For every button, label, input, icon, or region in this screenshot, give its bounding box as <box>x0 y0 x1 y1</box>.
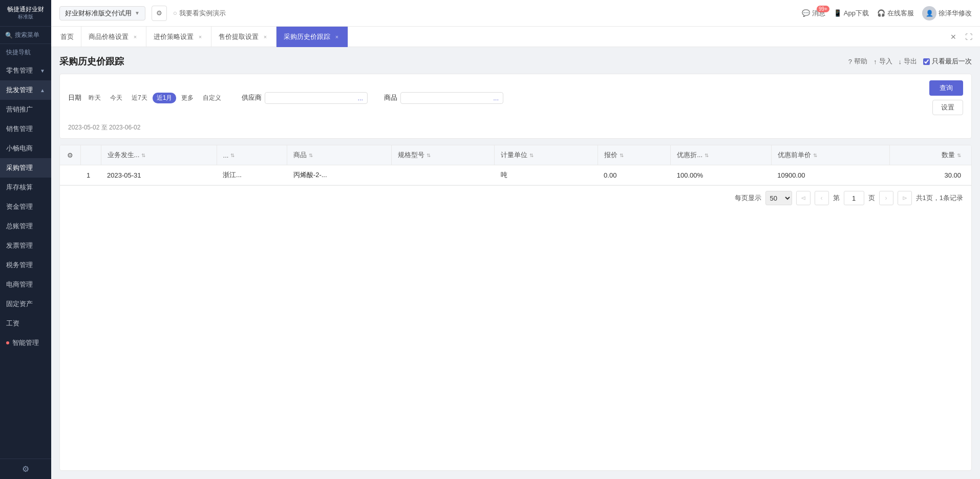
prev-page-button[interactable]: ‹ <box>815 191 829 205</box>
sidebar-item-wholesale[interactable]: 批发管理 ▲ <box>0 80 51 100</box>
first-page-button[interactable]: ⊲ <box>796 191 811 205</box>
demo-link[interactable]: ○ 我要看实例演示 <box>173 9 226 18</box>
sidebar-item-label-assets: 固定资产 <box>6 299 33 309</box>
th-index <box>80 145 101 165</box>
tab-price[interactable]: 商品价格设置 × <box>81 27 146 47</box>
sidebar-item-ecommerce[interactable]: 电商管理 <box>0 275 51 294</box>
next-page-button[interactable]: › <box>879 191 893 205</box>
tab-home[interactable]: 首页 <box>55 27 81 47</box>
last-only-label: 只看最后一次 <box>932 57 972 66</box>
message-button[interactable]: 💬 99+ 消息 <box>802 9 825 18</box>
sidebar-item-label-salary: 工资 <box>6 319 19 328</box>
last-page-button[interactable]: ⊳ <box>898 191 912 205</box>
date-btn-last1month[interactable]: 近1月 <box>153 93 177 103</box>
sidebar-item-retail[interactable]: 零售管理 ▼ <box>0 61 51 80</box>
sidebar-item-purchase[interactable]: 采购管理 <box>0 158 51 178</box>
help-button[interactable]: ? 帮助 <box>848 57 867 66</box>
supplier-more-btn[interactable]: ... <box>357 94 363 102</box>
page-title: 采购历史价跟踪 <box>59 55 124 68</box>
tab-price-close[interactable]: × <box>132 33 139 40</box>
td-index: 1 <box>80 165 101 185</box>
tab-strategy[interactable]: 进价策略设置 × <box>146 27 211 47</box>
th-product-label: 商品 <box>293 150 307 160</box>
online-service-button[interactable]: 🎧 在线客服 <box>877 9 914 18</box>
sidebar-item-invoice[interactable]: 发票管理 <box>0 236 51 255</box>
product-more-btn[interactable]: ... <box>493 94 499 102</box>
td-product: 丙烯酸-2-... <box>287 165 391 185</box>
sidebar-item-assets[interactable]: 固定资产 <box>0 294 51 314</box>
th-quote[interactable]: 报价 ⇅ <box>598 145 671 165</box>
sidebar-item-marketing[interactable]: 营销推广 <box>0 100 51 119</box>
last-only-checkbox[interactable] <box>923 58 930 65</box>
export-label: 导出 <box>904 57 917 66</box>
import-label: 导入 <box>879 57 892 66</box>
sidebar-item-finance[interactable]: 资金管理 <box>0 197 51 216</box>
sidebar-item-tax[interactable]: 税务管理 <box>0 255 51 275</box>
export-button[interactable]: ↓ 导出 <box>899 57 918 66</box>
tab-sale-price[interactable]: 售价提取设置 × <box>211 27 276 47</box>
app-download-button[interactable]: 📱 App下载 <box>834 9 869 18</box>
sidebar-item-ledger[interactable]: 总账管理 <box>0 216 51 236</box>
th-discount[interactable]: 优惠折... ⇅ <box>671 145 772 165</box>
sidebar-item-label-invoice: 发票管理 <box>6 241 33 250</box>
date-btn-yesterday[interactable]: 昨天 <box>84 93 105 103</box>
td-quantity: 30.00 <box>889 165 971 185</box>
sidebar-item-ecommerce-small[interactable]: 小畅电商 <box>0 139 51 158</box>
filter-settings-button[interactable]: 设置 <box>932 100 963 115</box>
sort-icon-quantity: ⇅ <box>957 153 961 158</box>
date-btn-today[interactable]: 今天 <box>106 93 126 103</box>
supplier-input[interactable] <box>269 94 355 102</box>
query-button[interactable]: 查询 <box>929 80 963 96</box>
import-icon: ↑ <box>874 58 877 66</box>
th-more[interactable]: ... ⇅ <box>217 145 287 165</box>
app-download-label: App下载 <box>844 9 869 18</box>
th-product[interactable]: 商品 ⇅ <box>287 145 391 165</box>
sort-icon-unit: ⇅ <box>529 153 534 158</box>
user-info[interactable]: 👤 徐泽华修改 <box>922 6 972 20</box>
sidebar-item-smart[interactable]: 智能管理 <box>0 333 51 353</box>
product-label: 商品 <box>384 93 397 102</box>
per-page-select[interactable]: 50 100 200 <box>765 191 792 205</box>
th-date[interactable]: 业务发生... ⇅ <box>101 145 217 165</box>
import-button[interactable]: ↑ 导入 <box>874 57 892 66</box>
topbar-settings-button[interactable]: ⚙ <box>152 6 167 21</box>
th-date-label: 业务发生... <box>108 150 140 160</box>
sidebar-item-salary[interactable]: 工资 <box>0 314 51 333</box>
pagination: 每页显示 50 100 200 ⊲ ‹ 第 页 › ⊳ 共1页，1条记录 <box>60 185 971 210</box>
date-btn-custom[interactable]: 自定义 <box>199 93 225 103</box>
logo-text-sub: 标准版 <box>18 13 33 20</box>
th-unit[interactable]: 计量单位 ⇅ <box>495 145 598 165</box>
page-input[interactable] <box>844 191 864 205</box>
per-page-label: 每页显示 <box>735 193 761 203</box>
tab-sale-price-close[interactable]: × <box>262 33 269 40</box>
date-btn-more[interactable]: 更多 <box>177 93 198 103</box>
date-btn-last7[interactable]: 近7天 <box>127 93 152 103</box>
tab-close-all-button[interactable]: ✕ <box>946 30 961 44</box>
export-icon: ↓ <box>899 58 902 66</box>
sort-icon-discount: ⇅ <box>705 153 709 158</box>
th-quantity[interactable]: 数量 ⇅ <box>889 145 971 165</box>
th-settings[interactable]: ⚙ <box>60 145 80 165</box>
shortcut-nav[interactable]: 快捷导航 <box>0 44 51 61</box>
logo-text-main: 畅捷通好业财 <box>7 6 44 14</box>
th-spec[interactable]: 规格型号 ⇅ <box>391 145 495 165</box>
product-input[interactable] <box>405 94 491 102</box>
th-price[interactable]: 优惠前单价 ⇅ <box>771 145 889 165</box>
sort-icon-product: ⇅ <box>309 153 313 158</box>
sidebar-search[interactable]: 🔍 搜索菜单 <box>0 27 51 44</box>
chevron-down-icon: ▼ <box>135 10 140 16</box>
tab-strategy-close[interactable]: × <box>197 33 204 40</box>
product-input-wrapper[interactable]: ... <box>400 92 503 104</box>
sidebar-item-inventory[interactable]: 库存核算 <box>0 178 51 197</box>
tab-history-price-close[interactable]: × <box>333 33 340 40</box>
sidebar-item-sales[interactable]: 销售管理 <box>0 119 51 139</box>
message-icon: 💬 <box>802 9 810 17</box>
tab-history-price[interactable]: 采购历史价跟踪 × <box>276 27 348 47</box>
tab-maximize-button[interactable]: ⛶ <box>962 30 976 44</box>
sidebar-bottom: ⚙ <box>0 459 51 479</box>
version-selector[interactable]: 好业财标准版交付试用 ▼ <box>59 6 145 20</box>
last-only-checkbox-label[interactable]: 只看最后一次 <box>923 57 972 66</box>
sidebar-settings-icon[interactable]: ⚙ <box>22 464 29 474</box>
supplier-input-wrapper[interactable]: ... <box>265 92 368 104</box>
data-table: ⚙ 业务发生... ⇅ ... ⇅ <box>60 145 971 185</box>
